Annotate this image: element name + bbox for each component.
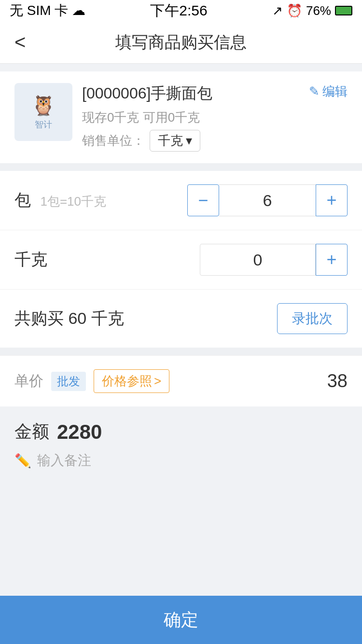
edit-button[interactable]: ✎ 编辑 [309,83,348,100]
product-card: 🦉 智计 [0000006]手撕面包 ✎ 编辑 现存0千克 可用0千克 销售单位… [0,71,362,163]
confirm-button[interactable]: 确定 [0,596,362,644]
kg-label: 千克 [14,249,200,271]
price-tag: 批发 [51,372,86,391]
bag-label: 包 1包=10千克 [14,189,187,211]
edit-icon: ✎ [309,84,320,99]
amount-section: 金额 2280 ✏️ 输入备注 [0,406,362,477]
status-left: 无 SIM 卡 ☁ [10,1,85,20]
product-logo-icon: 🦉 [31,94,56,117]
input-section: 包 1包=10千克 − + 千克 + [0,171,362,290]
product-name: [0000006]手撕面包 [82,83,212,104]
bag-input-row: 包 1包=10千克 − + [0,171,362,230]
status-bar: 无 SIM 卡 ☁ 下午2:56 ↗ ⏰ 76% [0,0,362,21]
battery-text: 76% [306,3,331,18]
back-button[interactable]: < [14,31,43,53]
note-row[interactable]: ✏️ 输入备注 [14,451,348,470]
alarm-icon: ⏰ [287,3,302,18]
price-section: 单价 批发 价格参照 > 38 [0,355,362,406]
page-title: 填写商品购买信息 [115,31,247,54]
price-ref-label: 价格参照 [102,373,152,390]
kg-plus-button[interactable]: + [316,244,348,276]
edit-label: 编辑 [322,83,348,100]
total-text: 共购买 60 千克 [14,308,124,330]
chevron-down-icon: ▾ [186,133,192,148]
status-time: 下午2:56 [150,1,207,21]
nav-bar: < 填写商品购买信息 [0,21,362,64]
price-label: 单价 [14,371,43,391]
battery-icon [335,6,352,15]
product-info: [0000006]手撕面包 ✎ 编辑 现存0千克 可用0千克 销售单位： 千克 … [82,83,348,152]
chevron-right-icon: > [154,374,161,389]
brand-label: 智计 [35,119,52,130]
bag-quantity-input[interactable] [219,184,316,216]
product-unit: 销售单位： 千克 ▾ [82,130,348,152]
batch-button[interactable]: 录批次 [277,303,348,334]
bag-hint: 1包=10千克 [40,194,106,209]
navigation-icon: ↗ [272,3,283,18]
amount-label: 金额 [14,420,49,444]
bag-quantity-control: − + [187,184,348,216]
price-ref-button[interactable]: 价格参照 > [94,369,169,393]
price-value: 38 [327,371,348,392]
kg-input-row: 千克 + [0,230,362,290]
amount-value: 2280 [57,420,102,444]
status-right: ↗ ⏰ 76% [272,3,352,18]
product-stock: 现存0千克 可用0千克 [82,109,348,126]
amount-row: 金额 2280 [14,420,348,444]
product-image: 🦉 智计 [14,83,72,141]
pencil-icon: ✏️ [14,453,31,469]
sim-text: 无 SIM 卡 ☁ [10,1,85,20]
divider-1 [0,163,362,171]
note-placeholder: 输入备注 [37,451,91,470]
bag-minus-button[interactable]: − [187,184,219,216]
kg-quantity-input[interactable] [200,244,316,276]
bag-plus-button[interactable]: + [316,184,348,216]
divider-2 [0,348,362,355]
kg-quantity-control: + [200,244,348,276]
total-row: 共购买 60 千克 录批次 [0,290,362,348]
unit-select[interactable]: 千克 ▾ [150,130,200,152]
